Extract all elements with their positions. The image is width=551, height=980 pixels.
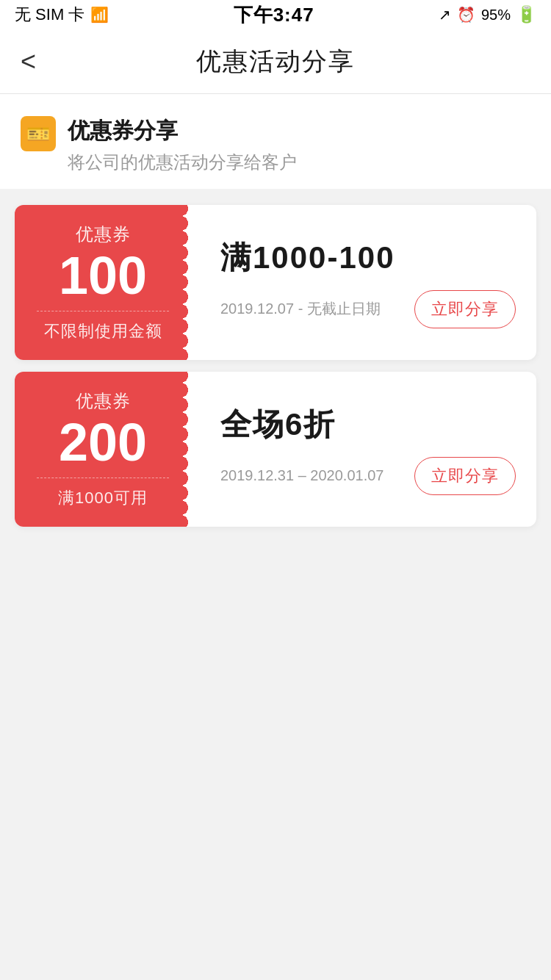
coupon-divider-2 <box>37 478 169 478</box>
section-text-group: 优惠券分享 将公司的优惠活动分享给客户 <box>68 116 297 174</box>
share-button-2[interactable]: 立即分享 <box>414 457 516 495</box>
no-sim-text: 无 SIM 卡 <box>15 4 84 26</box>
section-title: 优惠券分享 <box>68 116 297 146</box>
coupon-name-1: 满1000-100 <box>220 237 516 278</box>
coupon-meta-2: 2019.12.31 – 2020.01.07 立即分享 <box>220 457 516 495</box>
section-subtitle: 将公司的优惠活动分享给客户 <box>68 151 297 174</box>
section-header: 🎫 优惠券分享 将公司的优惠活动分享给客户 <box>0 94 551 189</box>
coupon-list: 优惠券 100 不限制使用金额 满1000-100 2019.12.07 - 无… <box>0 190 551 541</box>
empty-area <box>0 541 551 980</box>
coupon-meta-1: 2019.12.07 - 无截止日期 立即分享 <box>220 290 516 328</box>
coupon-label-1: 优惠券 <box>76 223 131 246</box>
coupon-amount-1: 100 <box>59 249 147 302</box>
wifi-icon: 📶 <box>90 6 109 24</box>
coupon-condition-2: 满1000可用 <box>58 487 148 509</box>
page-title: 优惠活动分享 <box>196 45 355 79</box>
coupon-date-1: 2019.12.07 - 无截止日期 <box>220 299 406 319</box>
status-time: 下午3:47 <box>234 2 314 28</box>
coupon-card-2: 优惠券 200 满1000可用 全场6折 2019.12.31 – 2020.0… <box>15 372 536 527</box>
back-button[interactable]: < <box>21 46 36 77</box>
status-left: 无 SIM 卡 📶 <box>15 4 109 26</box>
battery-icon: 🔋 <box>516 5 536 24</box>
coupon-label-2: 优惠券 <box>76 389 131 413</box>
alarm-icon: ⏰ <box>457 6 475 24</box>
coupon-left-2: 优惠券 200 满1000可用 <box>15 372 191 527</box>
status-bar: 无 SIM 卡 📶 下午3:47 ↗ ⏰ 95% 🔋 <box>0 0 551 29</box>
coupon-condition-1: 不限制使用金额 <box>44 320 162 342</box>
coupon-right-2: 全场6折 2019.12.31 – 2020.01.07 立即分享 <box>191 372 536 527</box>
coupon-name-2: 全场6折 <box>220 404 516 445</box>
share-button-1[interactable]: 立即分享 <box>414 290 516 328</box>
location-icon: ↗ <box>439 6 451 24</box>
coupon-amount-2: 200 <box>59 416 147 469</box>
section-icon: 🎫 <box>21 116 56 151</box>
status-right: ↗ ⏰ 95% 🔋 <box>439 5 536 24</box>
coupon-date-2: 2019.12.31 – 2020.01.07 <box>220 467 406 484</box>
coupon-divider-1 <box>37 311 169 311</box>
battery-percent: 95% <box>481 7 511 24</box>
coupon-left-1: 优惠券 100 不限制使用金额 <box>15 205 191 360</box>
nav-bar: < 优惠活动分享 <box>0 29 551 94</box>
coupon-card-1: 优惠券 100 不限制使用金额 满1000-100 2019.12.07 - 无… <box>15 205 536 360</box>
coupon-right-1: 满1000-100 2019.12.07 - 无截止日期 立即分享 <box>191 205 536 360</box>
